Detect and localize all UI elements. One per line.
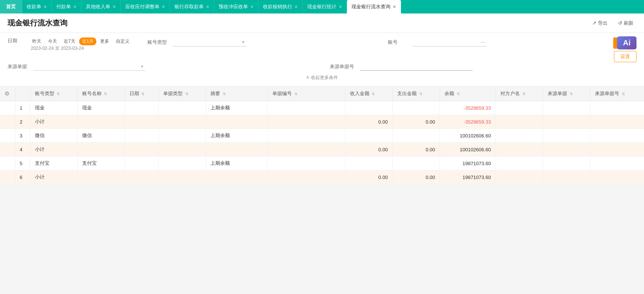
- close-icon[interactable]: ✕: [393, 4, 396, 9]
- cell-expense: [392, 157, 440, 170]
- data-table: ⚙ 账号类型 ⇅ 账号名称 ⇅ 日期 ⇅ 单据类型 ⇅: [0, 87, 644, 184]
- sort-icon: ⇅: [185, 92, 188, 96]
- cell-counterparty: [495, 157, 543, 170]
- table-row: 4 小计 0.00 0.00 100102606.60: [0, 143, 644, 157]
- shortcut-1month[interactable]: 近1月: [79, 37, 97, 45]
- nav-tab-2[interactable]: 其他收入单 ✕: [81, 0, 121, 13]
- cell-account-type: 现金: [30, 101, 77, 115]
- nav-tab-5[interactable]: 预收冲应收单 ✕: [214, 0, 258, 13]
- col-doc-type[interactable]: 单据类型 ⇅: [159, 87, 206, 101]
- close-icon[interactable]: ✕: [44, 4, 47, 9]
- cell-income: 0.00: [345, 115, 392, 129]
- col-source-doc[interactable]: 来源单据 ⇅: [543, 87, 590, 101]
- gear-icon[interactable]: ⚙: [5, 90, 9, 97]
- cell-account-name: 微信: [77, 129, 125, 143]
- cell-seq: 1: [15, 101, 30, 115]
- close-icon[interactable]: ✕: [73, 4, 77, 9]
- close-icon[interactable]: ✕: [113, 4, 116, 9]
- cell-balance: 19871073.60: [440, 157, 496, 170]
- col-income[interactable]: 收入金额 ⇅: [345, 87, 392, 101]
- cell-account-type: 微信: [30, 129, 77, 143]
- sort-icon: ⇅: [104, 92, 107, 96]
- shortcut-yesterday[interactable]: 昨天: [29, 37, 44, 45]
- nav-tab-3[interactable]: 应收应付调整单 ✕: [121, 0, 170, 13]
- col-account-type[interactable]: 账号类型 ⇅: [30, 87, 77, 101]
- cell-account-type: 小计: [30, 143, 77, 157]
- cell-gear: [0, 170, 15, 184]
- close-icon[interactable]: ✕: [206, 4, 209, 9]
- settings-button[interactable]: 设置: [614, 51, 636, 62]
- col-doc-no[interactable]: 单据编号 ⇅: [268, 87, 345, 101]
- account-type-input[interactable]: [173, 38, 246, 46]
- source-doc-select-wrapper[interactable]: ▼: [33, 63, 146, 71]
- cell-account-type: 支付宝: [30, 157, 77, 170]
- col-expense[interactable]: 支出金额 ⇅: [392, 87, 440, 101]
- close-icon[interactable]: ✕: [162, 4, 165, 9]
- source-doc-no-filter-group: 来源单据号: [330, 62, 637, 71]
- nav-tab-4[interactable]: 银行存取款单 ✕: [170, 0, 214, 13]
- nav-home[interactable]: 首页: [0, 0, 22, 13]
- col-summary[interactable]: 摘要 ⇅: [206, 87, 268, 101]
- cell-counterparty: [495, 143, 543, 157]
- nav-tab-6[interactable]: 收款核销执行 ✕: [258, 0, 303, 13]
- source-doc-input[interactable]: [33, 63, 138, 70]
- nav-tab-1[interactable]: 付款单 ✕: [52, 0, 81, 13]
- cell-date: [125, 115, 158, 129]
- table-body: 1 现金 现金 上期余额 -3528659.33 2 小计 0.00 0.00 …: [0, 101, 644, 184]
- col-seq: [15, 87, 30, 101]
- cell-doc-no: [268, 101, 345, 115]
- col-balance[interactable]: 余额 ⇅: [440, 87, 496, 101]
- table-row: 1 现金 现金 上期余额 -3528659.33: [0, 101, 644, 115]
- cell-balance: 19871073.60: [440, 170, 496, 184]
- account-type-label: 账号类型: [147, 39, 167, 46]
- account-type-select-wrapper[interactable]: ▼: [173, 38, 246, 46]
- sort-icon: ⇅: [294, 92, 297, 96]
- account-input[interactable]: [413, 38, 479, 46]
- cell-expense: 0.00: [392, 170, 440, 184]
- cell-summary: 上期余额: [206, 101, 268, 115]
- date-label: 日期: [8, 37, 26, 44]
- filter-area: 日期 昨天 今天 近7天 近1月 更多 自定义 2023-02-24 至 202…: [0, 33, 644, 87]
- col-account-name[interactable]: 账号名称 ⇅: [77, 87, 125, 101]
- cell-doc-no: [268, 170, 345, 184]
- nav-tab-7[interactable]: 现金银行统计 ✕: [303, 0, 347, 13]
- cell-account-type: 小计: [30, 170, 77, 184]
- nav-tab-8[interactable]: 现金银行流水查询 ✕: [347, 0, 401, 13]
- shortcut-more[interactable]: 更多: [97, 37, 112, 45]
- col-gear: ⚙: [0, 87, 15, 101]
- cell-source-doc: [543, 101, 590, 115]
- col-source-doc-no[interactable]: 来源单据号 ⇅: [590, 87, 644, 101]
- cell-doc-no: [268, 157, 345, 170]
- date-filter-group: 日期 昨天 今天 近7天 近1月 更多 自定义 2023-02-24 至 202…: [8, 37, 132, 52]
- export-button[interactable]: ↗ 导出: [589, 18, 611, 28]
- col-date[interactable]: 日期 ⇅: [125, 87, 158, 101]
- table-row: 3 微信 微信 上期余额 100102606.60: [0, 129, 644, 143]
- refresh-button[interactable]: ↺ 刷新: [615, 18, 636, 28]
- account-type-filter-group: 账号类型 ▼: [147, 38, 373, 46]
- cell-expense: 0.00: [392, 115, 440, 129]
- cell-doc-type: [159, 129, 206, 143]
- ai-badge[interactable]: Ai: [617, 36, 636, 49]
- shortcut-custom[interactable]: 自定义: [113, 37, 132, 45]
- cell-seq: 2: [15, 115, 30, 129]
- close-icon[interactable]: ✕: [294, 4, 298, 9]
- account-label: 账号: [388, 39, 407, 46]
- col-counterparty[interactable]: 对方户名 ⇅: [495, 87, 543, 101]
- close-icon[interactable]: ✕: [250, 4, 254, 9]
- cell-income: [345, 101, 392, 115]
- cell-summary: 上期余额: [206, 129, 268, 143]
- cell-date: [125, 101, 158, 115]
- nav-tab-0[interactable]: 收款单 ✕: [22, 0, 52, 13]
- refresh-icon: ↺: [618, 20, 622, 26]
- cell-source-doc: [543, 129, 590, 143]
- collapse-bar[interactable]: ∧ 收起更多条件: [8, 73, 636, 83]
- shortcut-7days[interactable]: 近7天: [61, 37, 78, 45]
- cell-gear: [0, 115, 15, 129]
- source-doc-no-input[interactable]: [360, 62, 473, 70]
- cell-counterparty: [495, 115, 543, 129]
- account-dots-button[interactable]: ···: [479, 39, 486, 46]
- cell-counterparty: [495, 129, 543, 143]
- close-icon[interactable]: ✕: [339, 4, 342, 9]
- cell-income: 0.00: [345, 143, 392, 157]
- shortcut-today[interactable]: 今天: [45, 37, 60, 45]
